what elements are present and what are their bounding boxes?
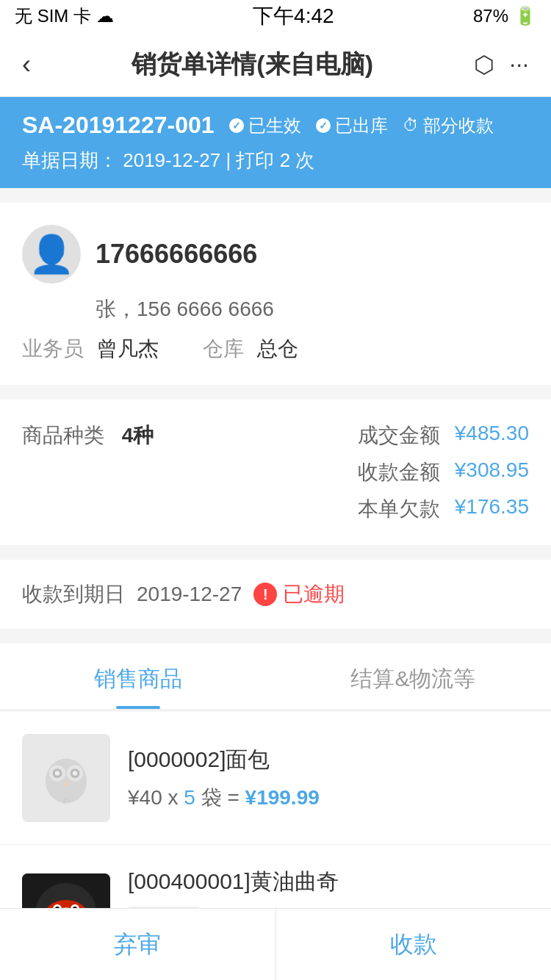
avatar: 👤 (22, 225, 81, 284)
product-thumbnail: 兽+ (22, 734, 110, 822)
product-name: [000400001]黄油曲奇 (128, 867, 529, 897)
summary-section: 商品种类 4种 成交金额 ¥485.30 收款金额 ¥308.95 本单欠款 ¥… (0, 400, 551, 545)
back-button[interactable]: ‹ (22, 49, 31, 80)
svg-point-5 (55, 771, 60, 775)
product-type-count: 4种 (122, 424, 154, 447)
status-badge-shipped: ✓ 已出库 (316, 114, 388, 137)
order-id: SA-20191227-001 (22, 112, 215, 139)
person-icon: 👤 (29, 233, 74, 275)
customer-name-phone: 张，156 6666 6666 (22, 295, 529, 323)
share-icon[interactable]: ⬡ (474, 51, 494, 79)
product-qty: 5 (184, 786, 195, 809)
due-label: 本单欠款 (358, 495, 440, 523)
warehouse-value: 总仓 (257, 337, 298, 360)
salesman-value: 曾凡杰 (97, 337, 159, 360)
status-badge-partial: ⏱ 部分收款 (403, 114, 494, 137)
overdue-badge: ! 已逾期 (253, 580, 345, 608)
due-value: ¥176.35 (455, 495, 529, 523)
deal-amount-value: ¥485.30 (455, 422, 529, 450)
status-time: 下午4:42 (253, 2, 334, 30)
product-name: [0000002]面包 (128, 745, 529, 775)
battery-icon: 🔋 (514, 6, 536, 26)
tab-settlement[interactable]: 结算&物流等 (276, 644, 551, 709)
nav-bar: ‹ 销货单详情(来自电脑) ⬡ ··· (0, 32, 551, 97)
list-item: 兽+ [0000002]面包 ¥40 x 5 袋 = ¥199.99 (0, 712, 551, 845)
page-title: 销货单详情(来自电脑) (132, 48, 373, 82)
received-value: ¥308.95 (455, 458, 529, 486)
signal-text: 无 SIM 卡 ☁ (15, 4, 114, 28)
svg-point-6 (73, 771, 77, 775)
order-date-info: 单据日期： 2019-12-27 | 打印 2 次 (22, 148, 529, 173)
bottom-bar: 弃审 收款 (0, 908, 551, 980)
product-info: [0000002]面包 ¥40 x 5 袋 = ¥199.99 (128, 745, 529, 812)
customer-meta: 业务员 曾凡杰 仓库 总仓 (22, 335, 529, 363)
status-left: 无 SIM 卡 ☁ (15, 4, 114, 28)
more-icon[interactable]: ··· (509, 51, 529, 78)
status-right: 87% 🔋 (473, 6, 536, 26)
tabs-section: 销售商品 结算&物流等 (0, 644, 551, 710)
cancel-button[interactable]: 弃审 (0, 909, 276, 980)
customer-phone: 17666666666 (96, 239, 257, 270)
salesman-label: 业务员 (22, 337, 84, 360)
tab-sales-products[interactable]: 销售商品 (0, 644, 276, 709)
customer-section: 👤 17666666666 张，156 6666 6666 业务员 曾凡杰 仓库… (0, 203, 551, 385)
received-label: 收款金额 (358, 458, 440, 486)
battery-text: 87% (473, 6, 508, 26)
confirm-button[interactable]: 收款 (276, 909, 552, 980)
deal-amount-label: 成交金额 (358, 422, 440, 450)
product-price-row: ¥40 x 5 袋 = ¥199.99 (128, 784, 529, 812)
warehouse-label: 仓库 (203, 337, 244, 360)
product-type-label: 商品种类 (22, 424, 104, 447)
overdue-icon: ! (253, 583, 277, 606)
svg-text:兽+: 兽+ (62, 798, 71, 804)
due-date-label: 收款到期日 (22, 580, 125, 608)
product-total: ¥199.99 (245, 786, 320, 809)
due-date-value: 2019-12-27 (137, 583, 242, 606)
due-date-section: 收款到期日 2019-12-27 ! 已逾期 (0, 560, 551, 629)
status-badge-active: ✓ 已生效 (229, 114, 301, 137)
header-banner: SA-20191227-001 ✓ 已生效 ✓ 已出库 ⏱ 部分收款 单据日期：… (0, 97, 551, 188)
status-bar: 无 SIM 卡 ☁ 下午4:42 87% 🔋 (0, 0, 551, 32)
overdue-text: 已逾期 (283, 580, 345, 608)
nav-actions: ⬡ ··· (474, 51, 529, 79)
